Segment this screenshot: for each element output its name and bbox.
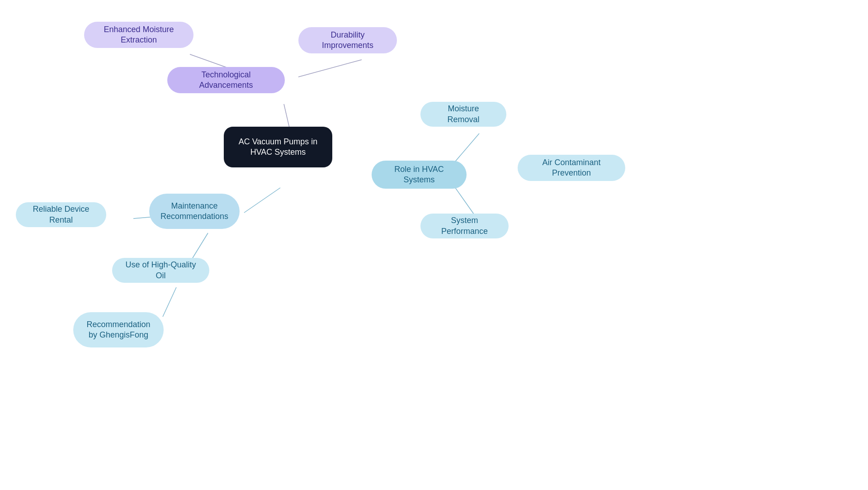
svg-line-7 xyxy=(244,188,280,213)
high-quality-oil-label: Use of High-Quality Oil xyxy=(125,260,197,281)
reliable-device-node[interactable]: Reliable Device Rental xyxy=(16,202,106,227)
role-hvac-node[interactable]: Role in HVAC Systems xyxy=(372,161,467,189)
air-contaminant-node[interactable]: Air Contaminant Prevention xyxy=(518,155,625,181)
center-node[interactable]: AC Vacuum Pumps in HVAC Systems xyxy=(224,127,332,167)
moisture-removal-node[interactable]: Moisture Removal xyxy=(420,102,506,127)
svg-line-2 xyxy=(298,60,362,77)
durability-node[interactable]: Durability Improvements xyxy=(298,27,397,53)
system-performance-label: System Performance xyxy=(433,215,496,237)
enhanced-moisture-node[interactable]: Enhanced Moisture Extraction xyxy=(84,22,193,48)
high-quality-oil-node[interactable]: Use of High-Quality Oil xyxy=(112,258,209,283)
air-contaminant-label: Air Contaminant Prevention xyxy=(530,157,613,179)
durability-label: Durability Improvements xyxy=(311,30,384,51)
svg-line-4 xyxy=(452,133,479,165)
moisture-removal-label: Moisture Removal xyxy=(433,104,494,125)
recommendation-label: Recommendation by GhengisFong xyxy=(86,319,151,341)
maintenance-node[interactable]: Maintenance Recommendations xyxy=(149,194,240,229)
system-performance-node[interactable]: System Performance xyxy=(420,214,509,238)
reliable-device-label: Reliable Device Rental xyxy=(28,204,94,225)
center-label: AC Vacuum Pumps in HVAC Systems xyxy=(236,137,320,158)
svg-line-10 xyxy=(163,287,176,317)
maintenance-label: Maintenance Recommendations xyxy=(160,201,228,222)
recommendation-node[interactable]: Recommendation by GhengisFong xyxy=(73,312,164,347)
enhanced-moisture-label: Enhanced Moisture Extraction xyxy=(97,24,181,46)
technological-advancements-node[interactable]: Technological Advancements xyxy=(167,67,285,93)
technological-advancements-label: Technological Advancements xyxy=(180,70,272,91)
role-hvac-label: Role in HVAC Systems xyxy=(384,164,454,186)
mind-map-connections xyxy=(0,0,868,490)
